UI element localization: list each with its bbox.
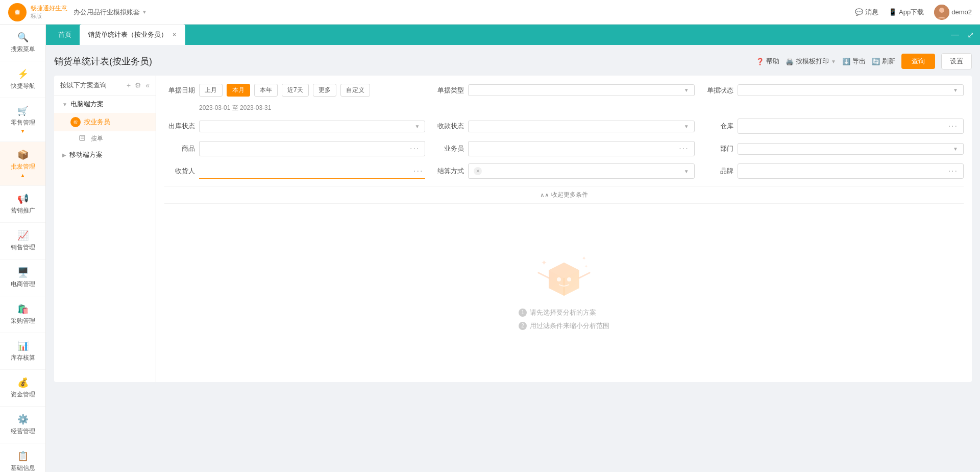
sidebar-item-search-menu[interactable]: 🔍 搜索菜单 <box>0 25 45 61</box>
doc-status-select[interactable]: ▼ <box>738 84 964 96</box>
sidebar-item-purchase[interactable]: 🛍️ 采购管理 <box>0 296 45 333</box>
expand-icon-pc: ▼ <box>62 102 67 107</box>
warehouse-input[interactable]: ··· <box>738 119 964 134</box>
print-btn[interactable]: 🖨️ 按模板打印 ▼ <box>786 57 836 66</box>
tree-grandchild-order[interactable]: 按单 <box>54 131 156 146</box>
app-download-btn[interactable]: 📱 App下载 <box>889 8 924 17</box>
sidebar-item-inventory[interactable]: 📊 库存核算 <box>0 333 45 370</box>
print-dropdown-icon[interactable]: ▼ <box>831 59 836 64</box>
filter-item-date: 单据日期 上月 本月 本年 近7天 更多 自定义 <box>164 84 425 97</box>
header-right: 💬 消息 📱 App下载 demo2 <box>855 5 972 20</box>
tab-close-btn[interactable]: × <box>172 30 177 39</box>
sidebar-item-retail[interactable]: 🛒 零售管理 ▼ <box>0 98 45 142</box>
consignee-dots: ··· <box>413 167 423 176</box>
marketing-icon: 📢 <box>4 193 41 204</box>
tree-node-pc[interactable]: ▼ 电脑端方案 <box>54 96 156 113</box>
department-arrow: ▼ <box>953 146 958 152</box>
filter-row-4: 收货人 ··· 结算方式 × <box>164 163 964 179</box>
filter-item-doc-status: 单据状态 ▼ <box>703 84 964 96</box>
staff-dots: ··· <box>679 144 689 153</box>
sidebar: 🔍 搜索菜单 ⚡ 快捷导航 🛒 零售管理 ▼ 📦 批发管理 ▲ 📢 营销推广 📈… <box>0 25 46 472</box>
tip-num-2: 2 <box>519 322 527 330</box>
settlement-close-btn[interactable]: × <box>474 167 482 175</box>
tip-num-1: 1 <box>519 309 527 317</box>
out-status-label: 出库状态 <box>164 122 195 131</box>
filter-row-1: 单据日期 上月 本月 本年 近7天 更多 自定义 <box>164 84 964 97</box>
filter-item-receipt-status: 收款状态 ▼ <box>433 121 694 132</box>
filter-item-brand: 品牌 ··· <box>703 163 964 179</box>
export-icon: ⬇️ <box>842 58 850 65</box>
page-title: 销货单统计表(按业务员) <box>54 55 152 67</box>
sidebar-item-basic-info[interactable]: 📋 基础信息 <box>0 443 45 472</box>
settings-scheme-btn[interactable]: ⚙ <box>135 81 141 89</box>
sidebar-item-quick-nav[interactable]: ⚡ 快捷导航 <box>0 61 45 98</box>
search-menu-icon: 🔍 <box>4 32 41 43</box>
refresh-btn[interactable]: 🔄 刷新 <box>872 57 895 66</box>
date-range-display: 2023-03-01 至 2023-03-31 <box>199 104 964 112</box>
chevron-up-icon: ∧∧ <box>540 192 549 199</box>
tree-child-sales[interactable]: 按 按业务员 <box>54 113 156 131</box>
brand-input[interactable]: ··· <box>738 163 964 179</box>
settlement-select[interactable]: × ▼ <box>468 163 694 179</box>
svg-point-1 <box>15 10 19 14</box>
settings-button[interactable]: 设置 <box>941 53 972 69</box>
page-actions: ❓ 帮助 🖨️ 按模板打印 ▼ ⬇️ 导出 🔄 刷新 <box>756 53 972 69</box>
ecommerce-icon: 🖥️ <box>4 267 41 278</box>
export-btn[interactable]: ⬇️ 导出 <box>842 57 866 66</box>
tab-maximize-btn[interactable]: ⤢ <box>965 28 976 42</box>
staff-label: 业务员 <box>433 144 464 153</box>
add-scheme-btn[interactable]: + <box>127 81 131 89</box>
date-btn-more[interactable]: 更多 <box>313 84 336 97</box>
header-title[interactable]: 办公用品行业模拟账套 ▼ <box>74 8 147 17</box>
left-panel-title: 按以下方案查询 <box>60 81 107 90</box>
svg-text:按: 按 <box>74 120 78 125</box>
header-dropdown-icon[interactable]: ▼ <box>142 9 147 15</box>
sidebar-item-sales[interactable]: 📈 销售管理 <box>0 223 45 259</box>
settlement-tag: × <box>474 167 482 175</box>
retail-expand-icon: ▼ <box>20 129 25 134</box>
sidebar-item-marketing[interactable]: 📢 营销推广 <box>0 186 45 223</box>
receipt-status-arrow: ▼ <box>684 124 689 129</box>
sidebar-item-finance[interactable]: 💰 资金管理 <box>0 370 45 407</box>
tab-home[interactable]: 首页 <box>50 25 80 45</box>
out-status-select[interactable]: ▼ <box>199 121 425 132</box>
print-icon: 🖨️ <box>786 58 794 65</box>
svg-text:✦: ✦ <box>582 255 586 261</box>
date-btn-current-year[interactable]: 本年 <box>254 84 278 97</box>
order-icon <box>79 134 86 143</box>
settlement-arrow: ▼ <box>684 169 689 174</box>
query-button[interactable]: 查询 <box>901 54 935 69</box>
brand-dots: ··· <box>948 167 958 176</box>
consignee-input[interactable]: ··· <box>199 163 425 179</box>
date-btn-7days[interactable]: 近7天 <box>282 84 309 97</box>
message-btn[interactable]: 💬 消息 <box>855 8 878 17</box>
filter-item-department: 部门 ▼ <box>703 143 964 155</box>
left-panel-header: 按以下方案查询 + ⚙ « <box>54 76 156 96</box>
date-btn-last-month[interactable]: 上月 <box>199 84 223 97</box>
goods-input[interactable]: ··· <box>199 141 425 156</box>
filter-row-3: 商品 ··· 业务员 ··· <box>164 141 964 156</box>
filter-item-goods: 商品 ··· <box>164 141 425 156</box>
sidebar-item-ecommerce[interactable]: 🖥️ 电商管理 <box>0 259 45 296</box>
department-select[interactable]: ▼ <box>738 143 964 155</box>
sales-icon: 📈 <box>4 230 41 241</box>
tab-sales-stats[interactable]: 销货单统计表（按业务员） × <box>80 25 185 45</box>
sidebar-item-operation[interactable]: ⚙️ 经营管理 <box>0 407 45 443</box>
collapse-panel-btn[interactable]: « <box>145 81 150 89</box>
sales-scheme-icon: 按 <box>70 117 81 127</box>
collapse-bar[interactable]: ∧∧ 收起更多条件 <box>164 186 964 203</box>
staff-input[interactable]: ··· <box>468 141 694 156</box>
doc-type-select[interactable]: ▼ <box>468 84 694 96</box>
date-btn-custom[interactable]: 自定义 <box>340 84 370 97</box>
help-btn[interactable]: ❓ 帮助 <box>756 57 779 66</box>
date-filter: 上月 本月 本年 近7天 更多 自定义 <box>199 84 425 97</box>
user-avatar-btn[interactable]: demo2 <box>934 5 972 20</box>
tree-node-mobile[interactable]: ▶ 移动端方案 <box>54 146 156 163</box>
sidebar-item-wholesale[interactable]: 📦 批发管理 ▲ <box>0 142 45 186</box>
tab-minimize-btn[interactable]: — <box>949 28 961 41</box>
receipt-status-select[interactable]: ▼ <box>468 121 694 132</box>
logo-text: 畅捷通好生意 标版 <box>31 5 67 20</box>
left-panel: 按以下方案查询 + ⚙ « ▼ 电脑端方案 <box>54 76 156 382</box>
date-btn-current-month[interactable]: 本月 <box>227 84 250 97</box>
finance-icon: 💰 <box>4 377 41 388</box>
